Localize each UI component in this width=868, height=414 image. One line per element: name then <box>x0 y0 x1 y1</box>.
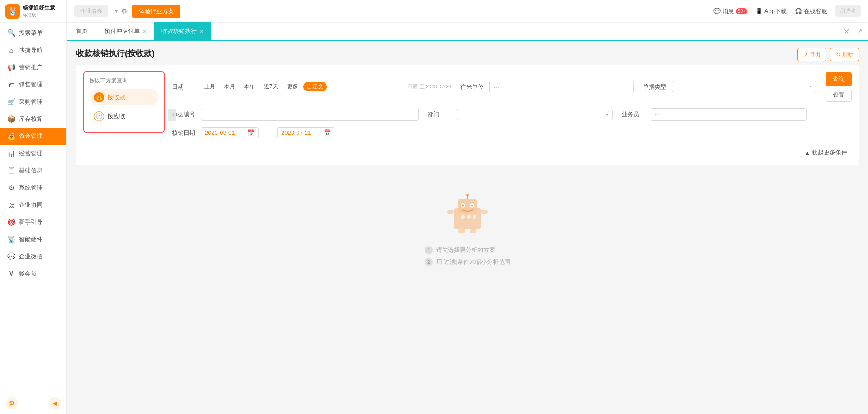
tabbar: 首页 预付冲应付单 ✕ 收款核销执行 ✕ ✕ ⤢ <box>67 23 868 41</box>
sidebar-item-system[interactable]: ⚙ 系统管理 <box>0 179 66 196</box>
doc-type-arrow: ▾ <box>810 84 812 90</box>
sidebar-item-sales[interactable]: 🏷 销售管理 <box>0 76 66 93</box>
content-wrapper: 收款核销执行(按收款) ↗ 导出 ↻ 刷新 <box>76 48 859 59</box>
refresh-icon: ↻ <box>836 52 840 58</box>
svg-rect-14 <box>470 229 476 233</box>
sidebar-item-search[interactable]: 🔍 搜索菜单 <box>0 24 66 42</box>
topbar-settings-icon[interactable]: ⚙ <box>121 7 127 15</box>
solution-button[interactable]: 体验行业方案 <box>132 5 180 18</box>
sidebar-item-hardware[interactable]: 📡 智能硬件 <box>0 231 66 248</box>
sidebar-item-wechat[interactable]: 💬 企业微信 <box>0 248 66 265</box>
content: 收款核销执行(按收款) ↗ 导出 ↻ 刷新 按以下方案查询 💰 <box>67 41 868 414</box>
partner-label: 往来单位 <box>460 83 486 91</box>
sidebar-item-enterprise[interactable]: 🗂 企业协同 <box>0 196 66 214</box>
close-tab-icon[interactable]: ✕ <box>842 26 851 37</box>
doc-no-field: 单据编号 <box>172 109 419 121</box>
settings-button[interactable]: 设置 <box>826 89 852 102</box>
date-label: 日期 <box>172 83 197 91</box>
verify-date-end-input[interactable] <box>281 129 322 136</box>
tab-payment-offset[interactable]: 收款核销执行 ✕ <box>154 22 211 40</box>
collapse-more-icon: ▲ <box>804 149 810 156</box>
sidebar-item-finance[interactable]: 💰 资金管理 <box>0 128 66 145</box>
sidebar-footer: ⚙ ◀ <box>0 392 66 414</box>
tab-close-advance-payment[interactable]: ✕ <box>142 29 146 34</box>
filter-row-3: 核销日期 📅 — 📅 <box>172 127 852 138</box>
employee-label: 业务员 <box>622 110 647 119</box>
filter-row-1: 日期 上月 本月 本年 近7天 更多 自定义 不限 至 2023-07-26 <box>172 71 852 102</box>
svg-rect-13 <box>458 229 465 233</box>
hardware-icon: 📡 <box>7 235 15 243</box>
filter-left-panel: 按以下方案查询 💰 按收款 🕐 按应收 <box>83 71 165 133</box>
topbar-chevron-icon[interactable]: ▾ <box>115 8 118 14</box>
empty-tips: 1 请先选择要分析的方案 2 用[过滤]条件来缩小分析范围 <box>425 246 510 270</box>
verify-date-start-cal-icon[interactable]: 📅 <box>247 129 255 136</box>
sidebar-item-beginner[interactable]: 🎯 新手引导 <box>0 214 66 231</box>
online-service-item[interactable]: 🎧 在线客服 <box>795 7 827 15</box>
doc-no-input[interactable] <box>201 109 419 121</box>
collapse-more-btn[interactable]: ▲ 收起更多条件 <box>800 147 852 158</box>
partner-select[interactable]: ··· <box>489 81 634 93</box>
operation-icon: 📊 <box>7 149 15 157</box>
app-download-item[interactable]: 📱 App下载 <box>755 7 787 15</box>
this-year-btn[interactable]: 本年 <box>241 81 259 92</box>
verify-date-label: 核销日期 <box>172 129 197 137</box>
svg-rect-1 <box>458 199 477 213</box>
doc-type-select[interactable]: ▾ <box>672 81 816 92</box>
message-icon: 💬 <box>713 8 721 14</box>
tab-close-payment-offset[interactable]: ✕ <box>199 29 203 34</box>
dept-select[interactable]: ▾ <box>457 109 613 120</box>
refresh-button[interactable]: ↻ 刷新 <box>830 48 859 61</box>
message-item[interactable]: 💬 消息 99+ <box>713 7 747 15</box>
tip-row-1: 1 请先选择要分析的方案 <box>425 246 510 254</box>
home-icon: ⌂ <box>7 47 15 54</box>
filter-row-2: 单据编号 部门 ▾ 业务员 ··· <box>172 108 852 121</box>
topbar-user[interactable]: 用户名 <box>835 5 861 17</box>
partner-field: 往来单位 ··· <box>460 81 634 93</box>
this-month-btn[interactable]: 本月 <box>221 81 239 92</box>
export-button[interactable]: ↗ 导出 <box>797 48 826 61</box>
system-icon: ⚙ <box>7 184 15 192</box>
date-no-limit: 不限 至 2023-07-26 <box>408 83 451 90</box>
wechat-icon: 💬 <box>7 252 15 261</box>
svg-point-11 <box>467 215 471 219</box>
tab-advance-payment[interactable]: 预付冲应付单 ✕ <box>97 22 154 40</box>
sidebar-item-purchase[interactable]: 🛒 采购管理 <box>0 93 66 110</box>
empty-illustration <box>445 192 490 237</box>
svg-rect-8 <box>447 210 454 214</box>
verify-date-field: 核销日期 📅 — 📅 <box>172 127 335 138</box>
last-7days-btn[interactable]: 近7天 <box>260 81 282 92</box>
tabbar-actions: ✕ ⤢ <box>842 26 868 37</box>
verify-date-start-input[interactable] <box>205 129 245 136</box>
topbar: 企业名称 ▾ ⚙ 体验行业方案 💬 消息 99+ 📱 App下载 🎧 在线客服 … <box>67 0 868 23</box>
verify-date-end-group: 📅 <box>277 127 335 138</box>
settings-footer-icon[interactable]: ⚙ <box>5 397 18 409</box>
page-title: 收款核销执行(按收款) <box>76 48 859 59</box>
sidebar-item-basic[interactable]: 📋 基础信息 <box>0 162 66 179</box>
sidebar-item-member[interactable]: V 畅会员 <box>0 265 66 282</box>
last-month-btn[interactable]: 上月 <box>201 81 219 92</box>
expand-tab-icon[interactable]: ⤢ <box>855 26 864 37</box>
employee-select[interactable]: ··· <box>651 108 807 121</box>
filter-option-receivable[interactable]: 🕐 按应收 <box>90 108 158 124</box>
sidebar-item-operation[interactable]: 📊 经营管理 <box>0 145 66 162</box>
sidebar-item-marketing[interactable]: 📢 营销推广 <box>0 59 66 76</box>
sidebar-item-inventory[interactable]: 📦 库存核算 <box>0 110 66 128</box>
tip-num-2: 2 <box>425 258 433 266</box>
date-shortcuts-group: 上月 本月 本年 近7天 更多 自定义 <box>201 81 327 92</box>
filter-area: 按以下方案查询 💰 按收款 🕐 按应收 《 日期 <box>76 65 859 165</box>
collapse-sidebar-icon[interactable]: ◀ <box>48 397 61 409</box>
query-btn-area: 查询 设置 <box>826 71 852 102</box>
tab-home[interactable]: 首页 <box>67 22 97 40</box>
topbar-right: 💬 消息 99+ 📱 App下载 🎧 在线客服 用户名 <box>713 5 861 17</box>
filter-option-receipt[interactable]: 💰 按收款 <box>90 89 158 105</box>
more-date-btn[interactable]: 更多 <box>283 81 302 92</box>
sidebar-item-quick-nav[interactable]: ⌂ 快捷导航 <box>0 42 66 59</box>
collapse-filter-btn[interactable]: 《 <box>168 109 176 121</box>
sidebar: 🐰 畅捷通好生意 标准版 🔍 搜索菜单 ⌂ 快捷导航 📢 营销推广 🏷 销售管理… <box>0 0 67 414</box>
sidebar-logo: 🐰 畅捷通好生意 标准版 <box>0 0 66 23</box>
tip-num-1: 1 <box>425 246 433 254</box>
query-button[interactable]: 查询 <box>826 72 852 86</box>
doc-type-label: 单据类型 <box>643 83 668 91</box>
doc-type-field: 单据类型 ▾ <box>643 81 816 92</box>
verify-date-end-cal-icon[interactable]: 📅 <box>324 129 331 136</box>
